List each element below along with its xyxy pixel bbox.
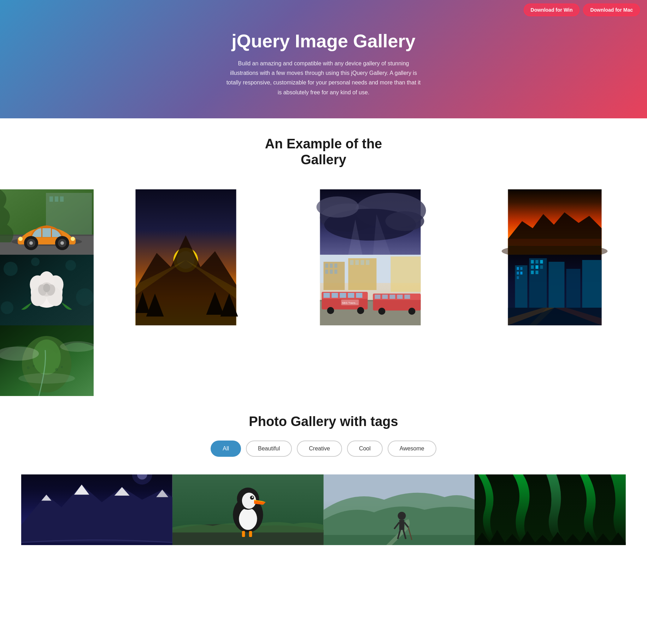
- photo-item-snowy-mountains[interactable]: [21, 474, 172, 545]
- svg-point-78: [378, 308, 386, 315]
- hero-title: jQuery Image Gallery: [0, 30, 647, 52]
- svg-rect-84: [517, 267, 519, 270]
- tag-creative-button[interactable]: Creative: [297, 441, 342, 457]
- svg-rect-4: [60, 196, 64, 202]
- svg-rect-65: [332, 293, 338, 298]
- svg-rect-73: [375, 295, 381, 299]
- svg-rect-86: [517, 272, 519, 274]
- svg-point-25: [386, 211, 424, 231]
- svg-rect-136: [399, 520, 404, 530]
- download-mac-button[interactable]: Download for Mac: [583, 4, 640, 16]
- svg-text:SBS Trans...: SBS Trans...: [342, 301, 358, 305]
- svg-point-15: [18, 237, 23, 241]
- svg-rect-74: [382, 295, 388, 299]
- svg-rect-131: [249, 531, 252, 537]
- svg-point-108: [27, 366, 30, 369]
- svg-rect-66: [340, 293, 346, 298]
- mosaic-gallery: SBS Trans...: [0, 189, 647, 396]
- svg-rect-99: [566, 269, 581, 308]
- svg-rect-77: [405, 295, 410, 299]
- svg-rect-93: [531, 265, 534, 269]
- svg-rect-53: [335, 270, 337, 274]
- svg-rect-85: [520, 267, 523, 270]
- tags-container: All Beautiful Creative Cool Awesome: [0, 441, 647, 457]
- svg-rect-90: [531, 260, 534, 264]
- svg-rect-52: [330, 270, 333, 274]
- mosaic-item-car[interactable]: [0, 189, 94, 255]
- hero-section: Download for Win Download for Mac jQuery…: [0, 0, 647, 118]
- svg-rect-122: [21, 542, 172, 545]
- photo-item-hiker[interactable]: [324, 474, 475, 545]
- svg-rect-56: [355, 260, 359, 265]
- svg-rect-130: [242, 531, 245, 537]
- svg-point-125: [239, 508, 257, 530]
- svg-rect-67: [348, 293, 354, 298]
- mosaic-item-rose[interactable]: [0, 255, 94, 325]
- svg-rect-87: [520, 272, 523, 274]
- gallery-example-section: An Example of theGallery: [0, 118, 647, 189]
- svg-point-16: [71, 237, 75, 241]
- svg-point-70: [357, 307, 364, 314]
- svg-rect-64: [324, 293, 330, 298]
- svg-rect-95: [540, 265, 543, 269]
- svg-rect-48: [325, 264, 328, 268]
- svg-rect-76: [397, 295, 403, 299]
- svg-rect-51: [325, 270, 328, 274]
- svg-point-30: [4, 262, 18, 276]
- svg-rect-100: [582, 260, 602, 308]
- top-bar: Download for Win Download for Mac: [0, 0, 647, 20]
- svg-rect-96: [531, 271, 534, 274]
- svg-point-129: [252, 496, 253, 498]
- svg-rect-97: [536, 271, 539, 274]
- svg-point-32: [76, 288, 94, 306]
- svg-point-14: [60, 241, 64, 245]
- svg-rect-2: [49, 196, 53, 202]
- svg-point-44: [43, 284, 50, 292]
- svg-rect-57: [361, 260, 364, 265]
- hero-description: Build an amazing and compatible with any…: [225, 59, 423, 97]
- svg-point-135: [398, 512, 406, 520]
- download-win-button[interactable]: Download for Win: [524, 4, 580, 16]
- photo-item-aurora[interactable]: [475, 474, 626, 545]
- tags-section-title: Photo Gallery with tags: [0, 414, 647, 430]
- svg-point-127: [242, 492, 256, 509]
- tag-beautiful-button[interactable]: Beautiful: [246, 441, 292, 457]
- photo-grid: [0, 467, 647, 559]
- svg-rect-68: [356, 293, 363, 298]
- mosaic-item-city-night[interactable]: [463, 255, 647, 325]
- svg-point-110: [55, 368, 58, 371]
- svg-rect-49: [330, 264, 333, 268]
- svg-point-33: [1, 301, 13, 314]
- tags-section: Photo Gallery with tags All Beautiful Cr…: [0, 396, 647, 467]
- svg-rect-98: [549, 262, 565, 308]
- svg-rect-75: [390, 295, 395, 299]
- tag-cool-button[interactable]: Cool: [347, 441, 383, 457]
- svg-point-107: [18, 373, 75, 384]
- svg-point-79: [408, 308, 416, 315]
- svg-rect-88: [517, 276, 519, 279]
- tag-all-button[interactable]: All: [211, 441, 241, 457]
- svg-point-24: [317, 196, 359, 218]
- mosaic-item-green-mountain[interactable]: [0, 325, 94, 396]
- svg-rect-94: [536, 265, 539, 269]
- svg-point-11: [29, 241, 33, 245]
- mosaic-item-sunset[interactable]: [463, 189, 647, 255]
- tag-awesome-button[interactable]: Awesome: [388, 441, 436, 457]
- mosaic-item-mountain[interactable]: [94, 189, 278, 325]
- svg-point-111: [61, 366, 63, 368]
- svg-rect-3: [55, 196, 58, 202]
- svg-rect-55: [350, 260, 354, 265]
- svg-point-109: [33, 365, 35, 367]
- svg-rect-50: [335, 264, 337, 268]
- mosaic-item-bus[interactable]: SBS Trans...: [278, 255, 463, 325]
- svg-rect-92: [540, 260, 543, 264]
- svg-point-34: [31, 258, 40, 266]
- svg-point-31: [65, 260, 76, 271]
- gallery-example-title: An Example of theGallery: [0, 136, 647, 168]
- svg-rect-59: [391, 256, 421, 292]
- svg-rect-28: [508, 239, 602, 246]
- photo-item-puffin[interactable]: [172, 474, 324, 545]
- svg-point-69: [327, 307, 334, 314]
- mosaic-item-clouds[interactable]: [278, 189, 463, 255]
- svg-rect-91: [536, 260, 539, 264]
